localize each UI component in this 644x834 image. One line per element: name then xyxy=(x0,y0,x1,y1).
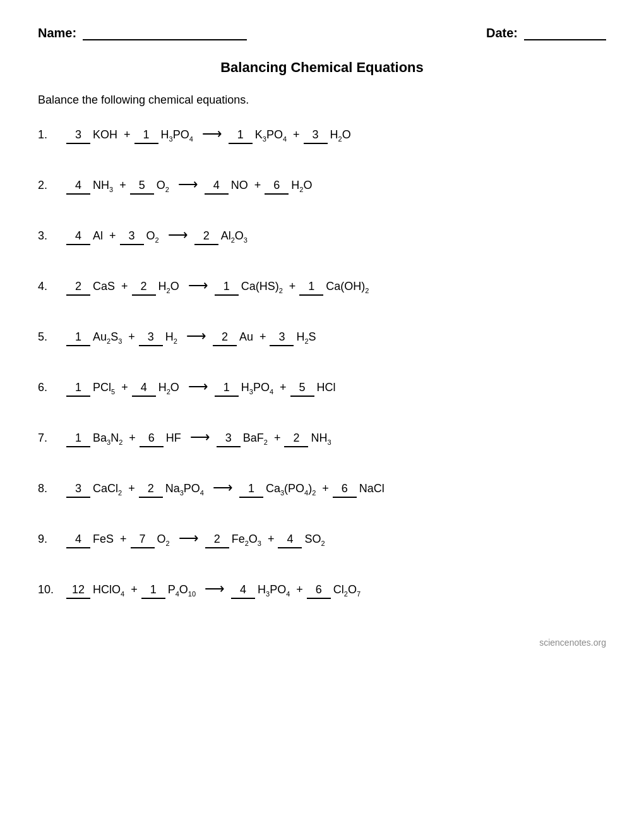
product-2-eq10: Cl2O7 xyxy=(333,583,361,598)
eq-num-7: 7. xyxy=(38,432,66,445)
coeff-1-eq1: 3 xyxy=(66,128,90,144)
reactant-1-eq6: PCl5 xyxy=(93,381,115,396)
plus-2-eq8: + xyxy=(322,482,329,495)
reactant-2-eq5: H2 xyxy=(165,330,177,345)
name-label: Name: xyxy=(38,26,76,40)
eq-num-2: 2. xyxy=(38,179,66,192)
footer: sciencenotes.org xyxy=(38,638,606,648)
coeff-4-eq5: 3 xyxy=(270,330,294,346)
reactant-1-eq7: Ba3N2 xyxy=(93,432,122,446)
equation-row-1: 1.3KOH+1H3PO4⟶1K3PO4+3H2O xyxy=(38,126,606,157)
coeff-4-eq2: 6 xyxy=(265,179,289,195)
reactant-1-eq10: HClO4 xyxy=(93,583,124,598)
coeff-3-eq1: 1 xyxy=(229,128,253,144)
equation-row-9: 9.4FeS+7O2⟶2Fe2O3+4SO2 xyxy=(38,530,606,562)
arrow-eq9: ⟶ xyxy=(179,530,199,547)
coeff-2-eq2: 5 xyxy=(130,179,154,195)
plus-1-eq6: + xyxy=(121,381,128,394)
plus-1-eq8: + xyxy=(128,482,135,495)
date-line xyxy=(524,25,606,40)
reactant-1-eq2: NH3 xyxy=(93,179,113,193)
product-2-eq2: H2O xyxy=(291,179,312,193)
eq-num-5: 5. xyxy=(38,330,66,344)
eq-num-10: 10. xyxy=(38,583,66,596)
coeff-1-eq3: 4 xyxy=(66,229,90,245)
reactant-1-eq9: FeS xyxy=(93,533,114,546)
reactant-1-eq3: Al xyxy=(93,229,103,243)
plus-2-eq5: + xyxy=(259,330,266,344)
arrow-eq1: ⟶ xyxy=(202,126,222,142)
eq-num-3: 3. xyxy=(38,229,66,243)
product-1-eq4: Ca(HS)2 xyxy=(241,280,283,294)
plus-2-eq1: + xyxy=(293,128,300,142)
coeff-2-eq7: 6 xyxy=(140,432,164,447)
product-1-eq2: NO xyxy=(231,179,248,192)
arrow-eq7: ⟶ xyxy=(190,429,210,445)
reactant-2-eq10: P4O10 xyxy=(168,583,196,598)
product-1-eq7: BaF2 xyxy=(243,432,268,446)
product-2-eq7: NH3 xyxy=(311,432,331,446)
plus-1-eq9: + xyxy=(120,533,127,546)
product-2-eq9: SO2 xyxy=(304,533,325,547)
coeff-4-eq4: 1 xyxy=(299,280,323,296)
equation-row-6: 6.1PCl5+4H2O⟶1H3PO4+5HCl xyxy=(38,378,606,410)
coeff-1-eq10: 12 xyxy=(66,583,90,599)
equation-row-8: 8.3CaCl2+2Na3PO4⟶1Ca3(PO4)2+6NaCl xyxy=(38,480,606,511)
plus-1-eq10: + xyxy=(131,583,138,596)
eq-num-1: 1. xyxy=(38,128,66,142)
plus-2-eq9: + xyxy=(268,533,275,546)
equation-row-4: 4.2CaS+2H2O⟶1Ca(HS)2+1Ca(OH)2 xyxy=(38,277,606,309)
coeff-2-eq9: 7 xyxy=(131,533,155,548)
coeff-4-eq10: 6 xyxy=(307,583,331,599)
coeff-1-eq6: 1 xyxy=(66,381,90,397)
product-1-eq8: Ca3(PO4)2 xyxy=(266,482,316,497)
product-2-eq5: H2S xyxy=(296,330,316,345)
plus-1-eq7: + xyxy=(129,432,136,445)
reactant-1-eq8: CaCl2 xyxy=(93,482,122,497)
product-1-eq9: Fe2O3 xyxy=(232,533,261,547)
coeff-4-eq8: 6 xyxy=(333,482,357,498)
product-1-eq6: H3PO4 xyxy=(241,381,273,396)
date-field: Date: xyxy=(486,25,606,40)
coeff-3-eq7: 3 xyxy=(217,432,241,447)
plus-1-eq3: + xyxy=(109,229,116,243)
plus-1-eq5: + xyxy=(128,330,135,344)
product-2-eq1: H2O xyxy=(330,128,351,143)
product-2-eq8: NaCl xyxy=(359,482,385,495)
product-1-eq5: Au xyxy=(239,330,253,344)
coeff-2-eq4: 2 xyxy=(132,280,156,296)
reactant-2-eq9: O2 xyxy=(157,533,170,547)
coeff-3-eq2: 4 xyxy=(205,179,229,195)
coeff-1-eq4: 2 xyxy=(66,280,90,296)
equation-row-5: 5.1Au2S3+3H2⟶2Au+3H2S xyxy=(38,328,606,360)
reactant-2-eq2: O2 xyxy=(157,179,169,193)
arrow-eq6: ⟶ xyxy=(188,378,208,395)
product-1-eq3: Al2O3 xyxy=(221,229,247,244)
reactant-2-eq8: Na3PO4 xyxy=(165,482,204,497)
coeff-1-eq5: 1 xyxy=(66,330,90,346)
coeff-4-eq9: 4 xyxy=(278,533,302,548)
plus-2-eq10: + xyxy=(296,583,303,596)
coeff-3-eq9: 2 xyxy=(205,533,229,548)
coeff-3-eq3: 2 xyxy=(194,229,218,245)
coeff-2-eq10: 1 xyxy=(141,583,165,599)
plus-1-eq1: + xyxy=(124,128,131,142)
instructions: Balance the following chemical equations… xyxy=(38,94,606,107)
coeff-1-eq9: 4 xyxy=(66,533,90,548)
coeff-1-eq8: 3 xyxy=(66,482,90,498)
product-2-eq4: Ca(OH)2 xyxy=(326,280,369,294)
coeff-4-eq6: 5 xyxy=(290,381,314,397)
header: Name: Date: xyxy=(38,25,606,40)
date-label: Date: xyxy=(486,26,518,40)
reactant-1-eq4: CaS xyxy=(93,280,115,293)
plus-1-eq4: + xyxy=(121,280,128,293)
reactant-2-eq1: H3PO4 xyxy=(161,128,193,143)
plus-2-eq6: + xyxy=(280,381,287,394)
arrow-eq10: ⟶ xyxy=(205,581,225,597)
plus-2-eq2: + xyxy=(254,179,261,192)
coeff-4-eq7: 2 xyxy=(284,432,308,447)
product-1-eq10: H3PO4 xyxy=(258,583,290,598)
eq-num-4: 4. xyxy=(38,280,66,293)
reactant-1-eq5: Au2S3 xyxy=(93,330,122,345)
eq-num-6: 6. xyxy=(38,381,66,394)
